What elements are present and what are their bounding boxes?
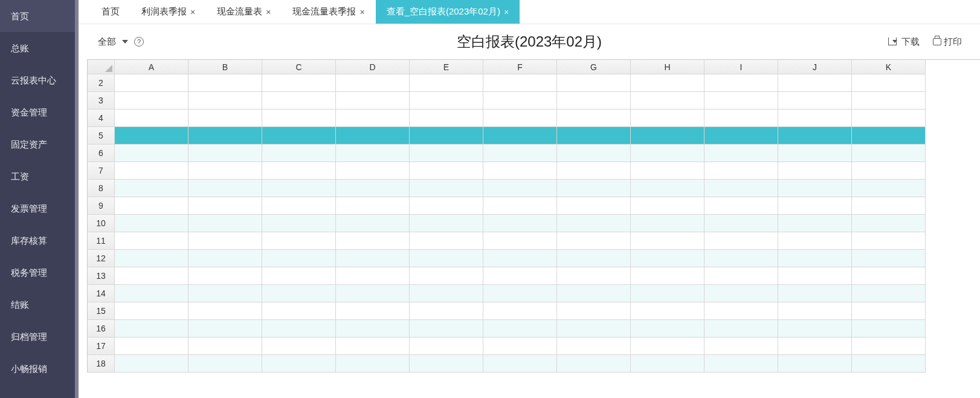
tab-2[interactable]: 现金流量表× [206,0,282,24]
cell-A15[interactable] [115,302,189,320]
sidebar-item-11[interactable]: 小畅报销 [0,353,79,385]
cell-G9[interactable] [557,197,631,215]
cell-B12[interactable] [189,250,262,267]
cell-B5[interactable] [189,127,262,145]
cell-F3[interactable] [483,92,557,109]
cell-C8[interactable] [262,180,336,197]
cell-H16[interactable] [631,320,704,338]
cell-H11[interactable] [631,232,704,250]
cell-I8[interactable] [704,180,778,197]
cell-F11[interactable] [483,232,557,250]
cell-J15[interactable] [778,302,852,320]
cell-E6[interactable] [410,145,483,162]
cell-G8[interactable] [557,180,631,197]
cell-D18[interactable] [336,355,410,373]
cell-J10[interactable] [778,215,852,232]
cell-G11[interactable] [557,232,631,250]
cell-G17[interactable] [557,338,631,355]
cell-D2[interactable] [336,74,410,92]
cell-I18[interactable] [704,355,778,373]
print-button[interactable]: 打印 [933,36,962,48]
cell-E17[interactable] [410,338,483,355]
cell-D12[interactable] [336,250,410,267]
cell-A13[interactable] [115,267,189,285]
cell-G12[interactable] [557,250,631,267]
row-header-16[interactable]: 16 [88,320,115,338]
row-header-10[interactable]: 10 [88,215,115,232]
cell-I17[interactable] [704,338,778,355]
cell-C17[interactable] [262,338,336,355]
cell-K3[interactable] [852,92,926,109]
download-button[interactable]: 下载 [888,36,920,48]
cell-K15[interactable] [852,302,926,320]
row-header-7[interactable]: 7 [88,162,115,180]
cell-K11[interactable] [852,232,926,250]
cell-F16[interactable] [483,320,557,338]
cell-G7[interactable] [557,162,631,180]
cell-B2[interactable] [189,74,262,92]
cell-A10[interactable] [115,215,189,232]
cell-E13[interactable] [410,267,483,285]
cell-D16[interactable] [336,320,410,338]
cell-I3[interactable] [704,92,778,109]
column-header-H[interactable]: H [631,60,704,74]
help-icon[interactable]: ? [134,37,144,47]
cell-E18[interactable] [410,355,483,373]
cell-K17[interactable] [852,338,926,355]
cell-K8[interactable] [852,180,926,197]
cell-A14[interactable] [115,285,189,302]
spreadsheet[interactable]: ABCDEFGHIJK23456789101112131415161718 [79,59,980,398]
column-header-D[interactable]: D [336,60,410,74]
cell-J18[interactable] [778,355,852,373]
cell-C13[interactable] [262,267,336,285]
cell-E7[interactable] [410,162,483,180]
cell-K7[interactable] [852,162,926,180]
cell-K6[interactable] [852,145,926,162]
cell-H14[interactable] [631,285,704,302]
cell-K9[interactable] [852,197,926,215]
cell-A12[interactable] [115,250,189,267]
cell-C15[interactable] [262,302,336,320]
cell-I16[interactable] [704,320,778,338]
cell-B6[interactable] [189,145,262,162]
row-header-18[interactable]: 18 [88,355,115,373]
cell-H2[interactable] [631,74,704,92]
sidebar-item-2[interactable]: 云报表中心 [0,64,79,96]
cell-H6[interactable] [631,145,704,162]
column-header-K[interactable]: K [852,60,926,74]
cell-B15[interactable] [189,302,262,320]
cell-G2[interactable] [557,74,631,92]
sidebar-item-8[interactable]: 税务管理 [0,256,79,289]
cell-G4[interactable] [557,109,631,127]
tab-1[interactable]: 利润表季报× [131,0,206,24]
cell-A17[interactable] [115,338,189,355]
cell-B18[interactable] [189,355,262,373]
cell-C16[interactable] [262,320,336,338]
cell-J8[interactable] [778,180,852,197]
cell-G16[interactable] [557,320,631,338]
cell-D9[interactable] [336,197,410,215]
row-header-13[interactable]: 13 [88,267,115,285]
cell-G15[interactable] [557,302,631,320]
cell-F17[interactable] [483,338,557,355]
close-icon[interactable]: × [266,8,271,16]
cell-C6[interactable] [262,145,336,162]
cell-G10[interactable] [557,215,631,232]
cell-F7[interactable] [483,162,557,180]
cell-B10[interactable] [189,215,262,232]
cell-K14[interactable] [852,285,926,302]
close-icon[interactable]: × [504,8,509,16]
cell-F13[interactable] [483,267,557,285]
cell-F12[interactable] [483,250,557,267]
cell-G18[interactable] [557,355,631,373]
cell-G14[interactable] [557,285,631,302]
cell-E11[interactable] [410,232,483,250]
cell-F10[interactable] [483,215,557,232]
select-all-corner[interactable] [88,60,115,74]
cell-F8[interactable] [483,180,557,197]
cell-H7[interactable] [631,162,704,180]
cell-I7[interactable] [704,162,778,180]
column-header-I[interactable]: I [704,60,778,74]
cell-J12[interactable] [778,250,852,267]
cell-F5[interactable] [483,127,557,145]
